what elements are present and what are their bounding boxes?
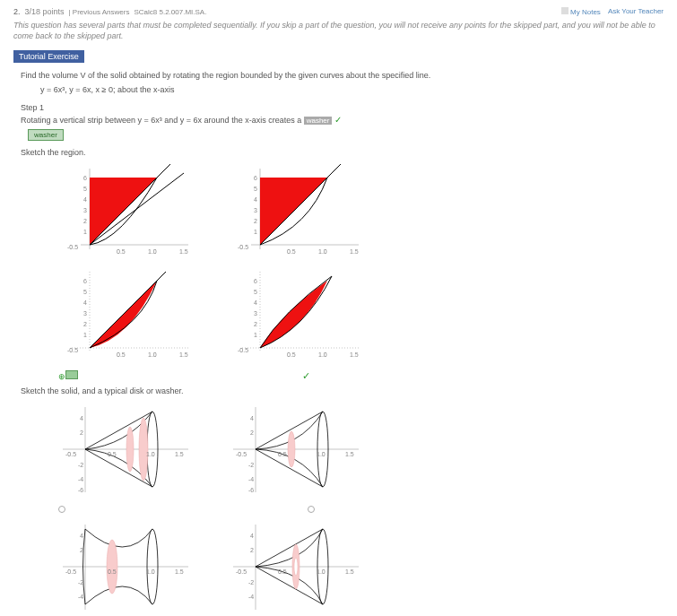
svg-text:1.5: 1.5: [179, 351, 188, 358]
svg-text:4: 4: [254, 299, 257, 306]
check-icon: ✓: [334, 115, 342, 125]
question-number: 2.: [13, 7, 21, 16]
svg-text:2: 2: [250, 547, 254, 553]
radio-option-1[interactable]: [58, 506, 65, 513]
svg-text:-2: -2: [78, 462, 83, 468]
radio-option-2[interactable]: [308, 506, 315, 513]
svg-text:1.0: 1.0: [148, 248, 157, 255]
svg-text:-0.5: -0.5: [65, 568, 76, 575]
points-label: 3/18 points: [25, 7, 65, 16]
svg-text:2: 2: [250, 429, 254, 436]
svg-text:1.5: 1.5: [179, 248, 188, 255]
svg-point-58: [139, 418, 148, 481]
svg-text:3: 3: [83, 310, 87, 317]
washer-answer: washer: [304, 117, 333, 125]
svg-text:1: 1: [254, 229, 257, 235]
washer-dropdown[interactable]: washer: [28, 129, 64, 141]
rotating-text: Rotating a vertical strip between y = 6x…: [21, 115, 664, 125]
svg-text:5: 5: [83, 186, 87, 192]
svg-text:-0.5: -0.5: [67, 244, 78, 250]
svg-text:1.5: 1.5: [175, 568, 184, 575]
svg-text:5: 5: [83, 289, 87, 295]
thumbnail-button[interactable]: [65, 370, 78, 379]
svg-text:-4: -4: [248, 594, 254, 600]
svg-text:6: 6: [254, 175, 257, 181]
svg-text:-6: -6: [78, 487, 83, 493]
region-graph-4[interactable]: -0.5 0.5 1.0 1.5 12 34 56: [229, 267, 363, 363]
svg-point-101: [294, 558, 298, 576]
svg-text:-2: -2: [78, 579, 83, 586]
previous-answers-link[interactable]: | Previous Answers: [69, 8, 130, 16]
svg-text:5: 5: [254, 289, 257, 295]
svg-text:-2: -2: [248, 462, 254, 468]
svg-text:1.5: 1.5: [345, 568, 354, 575]
solid-graph-2[interactable]: -0.50.5 1.01.5 -4-2 24 -6: [229, 403, 363, 499]
svg-text:1.0: 1.0: [317, 451, 325, 457]
svg-text:1.0: 1.0: [318, 351, 327, 358]
svg-text:5: 5: [254, 186, 257, 192]
svg-text:3: 3: [83, 207, 87, 213]
svg-text:-0.5: -0.5: [67, 347, 78, 353]
svg-line-98: [256, 567, 323, 604]
svg-text:2: 2: [83, 321, 87, 327]
region-graph-2[interactable]: -0.5 0.5 1.0 1.5 12 34 56: [229, 164, 363, 260]
check-icon: ✓: [302, 370, 310, 382]
svg-text:-0.5: -0.5: [236, 451, 247, 457]
svg-text:6: 6: [83, 278, 87, 284]
svg-text:4: 4: [250, 533, 254, 539]
svg-text:0.5: 0.5: [117, 248, 126, 255]
svg-text:3: 3: [254, 207, 257, 213]
svg-text:1: 1: [254, 332, 257, 338]
svg-text:1: 1: [83, 332, 87, 338]
step1-label: Step 1: [21, 103, 664, 112]
svg-line-97: [256, 529, 323, 567]
svg-text:1: 1: [83, 229, 87, 235]
svg-text:1.0: 1.0: [146, 451, 155, 457]
sketch-region-label: Sketch the region.: [21, 148, 664, 157]
solid-graph-4[interactable]: -0.50.5 1.01.5 -4-2 24: [229, 520, 363, 616]
svg-text:2: 2: [254, 321, 257, 327]
svg-text:1.5: 1.5: [350, 248, 359, 255]
svg-text:-4: -4: [78, 476, 83, 482]
svg-text:0.5: 0.5: [287, 248, 296, 255]
svg-text:0.5: 0.5: [108, 568, 117, 575]
sequential-instruction: This question has several parts that mus…: [13, 21, 664, 41]
svg-point-86: [107, 540, 117, 594]
svg-text:4: 4: [83, 196, 87, 203]
svg-text:0.5: 0.5: [278, 451, 287, 457]
region-graph-1[interactable]: -0.5 0.5 1.0 1.5 12 34 56: [58, 164, 193, 260]
svg-text:6: 6: [83, 175, 87, 181]
my-notes-link[interactable]: My Notes: [561, 7, 601, 16]
svg-text:1.5: 1.5: [345, 451, 354, 457]
svg-text:4: 4: [80, 533, 83, 539]
svg-text:-0.5: -0.5: [236, 568, 247, 575]
svg-point-73: [288, 431, 295, 467]
svg-text:0.5: 0.5: [278, 568, 287, 575]
svg-text:0.5: 0.5: [108, 451, 117, 457]
svg-text:2: 2: [80, 547, 83, 553]
svg-point-57: [126, 427, 134, 472]
problem-prompt: Find the volume V of the solid obtained …: [21, 70, 664, 82]
svg-text:2: 2: [254, 218, 257, 224]
svg-line-29: [90, 272, 166, 348]
svg-text:1.0: 1.0: [148, 351, 157, 358]
svg-text:-0.5: -0.5: [238, 244, 248, 250]
ask-teacher-link[interactable]: Ask Your Teacher: [608, 7, 664, 16]
svg-text:-6: -6: [248, 487, 254, 493]
svg-text:4: 4: [254, 196, 257, 203]
solid-graph-3[interactable]: -0.50.5 1.01.5 -4-2 24: [58, 520, 193, 616]
region-graph-3[interactable]: -0.5 0.5 1.0 1.5 12 34 56: [58, 267, 193, 363]
solid-graph-1[interactable]: -0.50.5 1.01.5 -4-2 24 -6: [58, 403, 193, 499]
expand-icon[interactable]: ⊕: [58, 372, 65, 381]
svg-text:-0.5: -0.5: [65, 451, 76, 457]
notes-icon: [561, 7, 569, 14]
svg-text:0.5: 0.5: [287, 351, 296, 358]
svg-text:4: 4: [83, 299, 87, 306]
svg-text:1.0: 1.0: [146, 568, 155, 575]
sketch-solid-label: Sketch the solid, and a typical disk or …: [21, 386, 664, 395]
svg-text:1.0: 1.0: [317, 568, 325, 575]
svg-text:-0.5: -0.5: [238, 347, 248, 353]
svg-text:6: 6: [254, 278, 257, 284]
svg-text:3: 3: [254, 310, 257, 317]
svg-text:-2: -2: [248, 579, 254, 586]
